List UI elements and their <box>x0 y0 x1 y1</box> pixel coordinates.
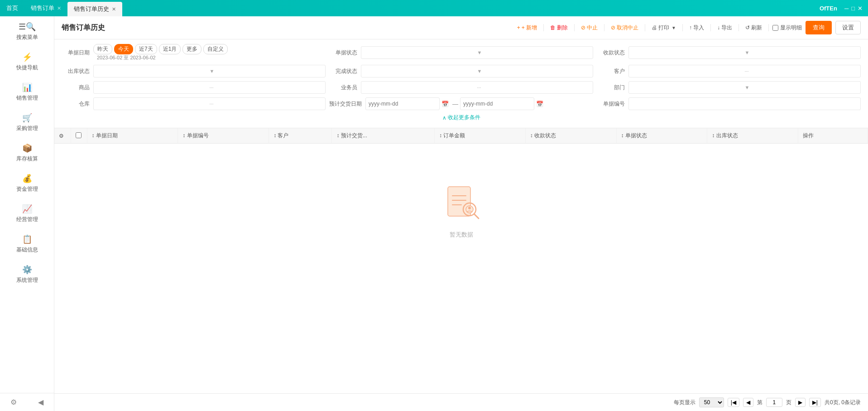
cancel-stop-btn[interactable]: ⊘ 取消中止 <box>608 22 641 34</box>
date-dash: — <box>452 101 458 107</box>
inventory-icon: 📦 <box>22 143 32 153</box>
filter-area: 单据日期 昨天 今天 近7天 近1月 更多 自定义 2023-06-02 至 2… <box>54 39 868 128</box>
th-payment-status[interactable]: ↕ 收款状态 <box>525 128 616 144</box>
svg-point-7 <box>468 207 471 209</box>
th-doc-no[interactable]: ↕ 单据编号 <box>178 128 269 144</box>
stop-btn[interactable]: ⊘ 中止 <box>578 22 600 34</box>
salesperson-select[interactable]: ··· <box>361 81 593 94</box>
more-btn[interactable]: 更多 <box>182 44 201 54</box>
quick-nav-icon: ⚡ <box>22 52 32 62</box>
sidebar-item-basic-info[interactable]: 📋 基础信息 <box>0 229 54 259</box>
divider-5 <box>682 24 683 31</box>
tab-home[interactable]: 首页 <box>0 0 24 16</box>
refresh-btn[interactable]: ↺ 刷新 <box>743 22 765 34</box>
delivery-select[interactable]: ▼ <box>93 65 326 77</box>
query-button[interactable]: 查询 <box>806 21 832 34</box>
sidebar-item-system-mgmt[interactable]: ⚙️ 系统管理 <box>0 259 54 290</box>
delivery-arrow-icon: ▼ <box>210 68 322 74</box>
th-delivery-status[interactable]: ↕ 出库状态 <box>707 128 798 144</box>
dept-select[interactable]: ▼ <box>628 81 861 94</box>
tab-sales-order[interactable]: 销售订单 ✕ <box>24 0 67 16</box>
tab-sales-order-history[interactable]: 销售订单历史 ✕ <box>67 2 122 16</box>
sidebar-item-sales-mgmt[interactable]: 📊 销售管理 <box>0 77 54 107</box>
divider-1 <box>543 24 544 31</box>
warehouse-select[interactable]: ··· <box>93 97 326 110</box>
doc-no-input[interactable] <box>628 97 861 110</box>
th-customer[interactable]: ↕ 客户 <box>269 128 332 144</box>
close-btn[interactable]: ✕ <box>858 5 863 12</box>
sidebar-item-quick-nav-label: 快捷导航 <box>16 64 38 72</box>
maximize-btn[interactable]: □ <box>851 5 855 12</box>
sales-mgmt-icon: 📊 <box>22 82 32 92</box>
salesperson-ellipsis-icon: ··· <box>477 85 590 90</box>
sidebar-item-sales-mgmt-label: 销售管理 <box>16 94 38 102</box>
custom-btn[interactable]: 自定义 <box>203 44 228 54</box>
minimize-btn[interactable]: ─ <box>844 5 849 12</box>
select-all-checkbox[interactable] <box>76 132 82 138</box>
purchase-mgmt-icon: 🛒 <box>22 113 32 123</box>
th-checkbox[interactable] <box>71 128 87 144</box>
tab-sales-order-close[interactable]: ✕ <box>57 5 61 11</box>
customer-select[interactable]: ··· <box>628 65 861 77</box>
sidebar-item-inventory[interactable]: 📦 库存核算 <box>0 138 54 168</box>
th-doc-date[interactable]: ↕ 单据日期 <box>87 128 178 144</box>
sidebar-settings-icon[interactable]: ⚙ <box>10 398 17 406</box>
last-page-btn[interactable]: ▶| <box>809 398 821 407</box>
new-btn[interactable]: + + 新增 <box>514 22 540 34</box>
sidebar-item-operations-label: 经营管理 <box>16 216 38 223</box>
sidebar-item-quick-nav[interactable]: ⚡ 快捷导航 <box>0 47 54 77</box>
delete-btn[interactable]: 🗑 删除 <box>547 22 571 34</box>
warehouse-ellipsis-icon: ··· <box>210 101 322 106</box>
sidebar-item-operations[interactable]: 📈 经营管理 <box>0 198 54 229</box>
delete-icon: 🗑 <box>550 24 556 31</box>
export-btn[interactable]: ↓ 导出 <box>715 22 735 34</box>
yesterday-btn[interactable]: 昨天 <box>93 44 112 54</box>
show-details-checkbox[interactable]: 显示明细 <box>772 24 802 32</box>
import-btn[interactable]: ↑ 导入 <box>686 22 707 34</box>
tab-sales-order-history-close[interactable]: ✕ <box>112 6 116 12</box>
today-btn[interactable]: 今天 <box>114 44 133 54</box>
th-settings[interactable]: ⚙ <box>54 128 71 144</box>
filter-goods-cell: 商品 ··· <box>62 81 326 94</box>
new-icon: + <box>517 24 520 31</box>
sidebar-item-finance[interactable]: 💰 资金管理 <box>0 168 54 198</box>
first-page-btn[interactable]: |◀ <box>728 398 739 407</box>
collapse-btn[interactable]: ∧ 收起更多条件 <box>439 112 484 123</box>
filter-complete-cell: 完成状态 ▼ <box>329 65 593 77</box>
sidebar-item-search-menu[interactable]: ☰🔍 搜索菜单 <box>0 16 54 47</box>
th-expected-delivery[interactable]: ↕ 预计交货... <box>332 128 434 144</box>
last1month-btn[interactable]: 近1月 <box>159 44 181 54</box>
page-num-input[interactable] <box>766 398 782 407</box>
filter-doc-no-cell: 单据编号 <box>597 97 861 110</box>
sidebar-collapse-icon[interactable]: ◀ <box>38 398 43 406</box>
doc-status-select[interactable]: ▼ <box>361 46 593 59</box>
payment-status-select[interactable]: ▼ <box>628 46 861 59</box>
expected-date-end[interactable] <box>460 97 534 110</box>
table-settings-icon: ⚙ <box>59 133 64 139</box>
search-menu-icon: ☰🔍 <box>19 22 36 32</box>
filter-salesperson-cell: 业务员 ··· <box>329 81 593 94</box>
sidebar-item-purchase-mgmt[interactable]: 🛒 采购管理 <box>0 107 54 138</box>
filter-delivery-cell: 出库状态 ▼ <box>62 65 326 77</box>
salesperson-label: 业务员 <box>329 84 361 92</box>
print-btn[interactable]: 🖨 打印 ▼ <box>649 22 679 34</box>
print-arrow-icon: ▼ <box>671 25 676 30</box>
prev-page-btn[interactable]: ◀ <box>743 398 753 407</box>
show-details-input[interactable] <box>772 25 778 31</box>
complete-select[interactable]: ▼ <box>361 65 593 77</box>
goods-select[interactable]: ··· <box>93 81 326 94</box>
next-page-btn[interactable]: ▶ <box>795 398 806 407</box>
divider-7 <box>739 24 739 31</box>
doc-status-label: 单据状态 <box>329 49 361 57</box>
th-doc-status[interactable]: ↕ 单据状态 <box>616 128 707 144</box>
expected-date-start[interactable] <box>365 97 440 110</box>
table-header-row: ⚙ ↕ 单据日期 ↕ 单据编号 <box>54 128 868 144</box>
per-page-select[interactable]: 50 100 200 <box>699 397 724 407</box>
dept-arrow-icon: ▼ <box>745 85 857 90</box>
th-order-amount[interactable]: ↕ 订单金额 <box>434 128 525 144</box>
customer-label: 客户 <box>597 68 628 75</box>
last7days-btn[interactable]: 近7天 <box>135 44 157 54</box>
page-unit: 页 <box>786 399 791 406</box>
setting-button[interactable]: 设置 <box>835 21 861 34</box>
filter-row-2: 出库状态 ▼ 完成状态 ▼ 客户 <box>62 65 861 77</box>
